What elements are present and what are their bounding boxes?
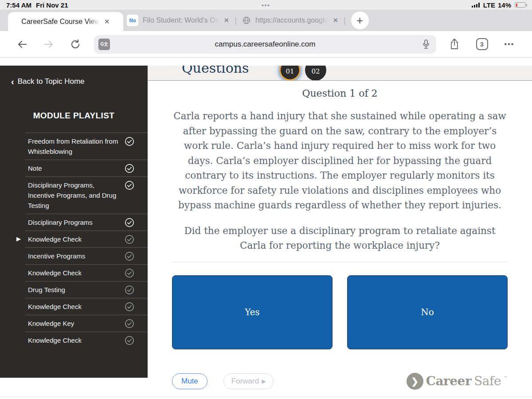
check-circle-icon — [125, 268, 134, 278]
tab-careersafe[interactable]: CareerSafe Course View ✕ — [8, 12, 123, 31]
playlist-item-label: Knowledge Check — [25, 234, 125, 245]
playlist-item[interactable]: Knowledge Check — [0, 332, 148, 348]
question-scenario-text: Carla reports a hand injury that she sus… — [172, 109, 508, 213]
playlist-title: MODULE PLAYLIST — [0, 111, 148, 121]
close-tab-icon[interactable]: ✕ — [104, 18, 110, 26]
forward-button[interactable] — [35, 39, 62, 50]
back-button[interactable] — [9, 39, 35, 50]
web-content: ‹ Back to Topic Home MODULE PLAYLIST Fre… — [0, 58, 532, 399]
date: Fri Nov 21 — [36, 1, 68, 9]
question-prompt-text: Did the employer use a disciplinary prog… — [172, 223, 508, 253]
check-circle-icon — [125, 336, 134, 345]
brand-text-career: Career — [426, 374, 472, 388]
playlist-item[interactable]: Knowledge Check — [0, 264, 148, 281]
careersafe-logo: ❯ CareerSafe™ — [407, 373, 508, 390]
network-type: LTE — [483, 1, 495, 9]
playlist-item-label: Knowledge Check — [25, 335, 125, 346]
question-panel: Questions 01 02 Question 1 of 2 Carla re… — [148, 66, 532, 391]
tab-filo[interactable]: filo Filo Student: World's On ✕ — [127, 15, 229, 26]
playlist-item[interactable]: Disciplinary Programs — [0, 214, 148, 231]
tab-title: CareerSafe Course View — [21, 18, 100, 26]
filo-favicon: filo — [127, 15, 138, 26]
playlist-item[interactable]: Disciplinary Programs, Incentive Program… — [0, 176, 148, 214]
module-playlist: Freedom from Retaliation from Whistleblo… — [0, 133, 148, 348]
new-tab-button[interactable]: + — [351, 12, 369, 29]
close-tab-icon[interactable]: ✕ — [224, 16, 230, 24]
back-to-topic-home-link[interactable]: ‹ Back to Topic Home — [0, 66, 148, 86]
play-icon: ▶ — [262, 378, 266, 384]
tab-bar: CareerSafe Course View ✕ filo Filo Stude… — [0, 10, 532, 31]
brand-trademark: ™ — [504, 376, 508, 380]
check-circle-icon — [125, 251, 134, 261]
translate-icon[interactable]: G文 — [98, 39, 110, 50]
battery-percent: 14% — [498, 1, 511, 9]
playlist-item-current[interactable]: ▶ Knowledge Check — [0, 231, 148, 247]
playlist-item-label: Disciplinary Programs — [25, 217, 125, 228]
current-url: campus.careersafeonline.com — [215, 40, 316, 49]
answer-yes-button[interactable]: Yes — [172, 275, 332, 349]
cellular-signal-icon — [472, 3, 480, 8]
playlist-item-label: Incentive Programs — [25, 250, 125, 262]
browser-toolbar: G文 campus.careersafeonline.com 3 ••• — [0, 31, 532, 58]
check-circle-icon — [125, 235, 134, 244]
check-circle-icon — [125, 302, 134, 312]
battery-icon — [515, 2, 526, 8]
close-tab-icon[interactable]: ✕ — [332, 16, 338, 24]
check-circle-icon — [125, 164, 134, 173]
divider — [172, 262, 508, 262]
reload-button[interactable] — [62, 39, 89, 50]
playlist-item[interactable]: Freedom from Retaliation from Whistleblo… — [0, 133, 148, 160]
status-bar: 7:54 AM Fri Nov 21 ••• LTE 14% — [0, 0, 532, 10]
questions-title: Questions — [182, 66, 249, 76]
check-circle-icon — [125, 319, 134, 329]
playlist-item[interactable]: Knowledge Check — [0, 298, 148, 315]
playlist-item-label: Freedom from Retaliation from Whistleblo… — [25, 136, 125, 157]
playlist-item[interactable]: Note — [0, 160, 148, 176]
play-marker-icon: ▶ — [16, 235, 21, 242]
check-circle-icon — [125, 180, 134, 190]
forward-button[interactable]: Forward ▶ — [223, 373, 274, 389]
share-button[interactable] — [441, 38, 468, 51]
globe-icon — [242, 16, 251, 25]
tab-google-accounts[interactable]: https://accounts.google ✕ — [242, 16, 338, 25]
forward-label: Forward — [231, 377, 259, 386]
microphone-icon[interactable] — [422, 39, 430, 51]
more-menu-button[interactable]: ••• — [496, 40, 523, 48]
tab-separator: | — [235, 16, 237, 25]
playlist-item-label: Disciplinary Programs, Incentive Program… — [25, 180, 125, 211]
playlist-item[interactable]: Drug Testing — [0, 281, 148, 298]
playlist-item-label: Knowledge Key — [25, 318, 125, 329]
back-link-label: Back to Topic Home — [18, 77, 85, 86]
questions-header: Questions 01 02 — [148, 66, 532, 81]
check-circle-icon — [125, 137, 134, 146]
tab-separator: | — [344, 16, 346, 25]
mute-button[interactable]: Mute — [172, 373, 207, 389]
tab-title: https://accounts.google — [255, 16, 329, 24]
check-circle-icon — [125, 285, 134, 295]
tab-title: Filo Student: World's On — [143, 16, 219, 24]
module-sidebar: ‹ Back to Topic Home MODULE PLAYLIST Fre… — [0, 66, 148, 378]
chevron-left-icon: ‹ — [11, 77, 14, 86]
question-2-nav-circle[interactable]: 02 — [305, 66, 326, 81]
question-1-nav-circle[interactable]: 01 — [279, 66, 301, 81]
playlist-item[interactable]: Incentive Programs — [0, 247, 148, 264]
playlist-item-label: Knowledge Check — [25, 267, 125, 278]
address-bar[interactable]: G文 campus.careersafeonline.com — [94, 35, 436, 54]
check-circle-icon — [125, 218, 134, 227]
tabs-overview-button[interactable]: 3 — [468, 38, 496, 50]
brand-text-safe: Safe — [474, 374, 501, 388]
multitasking-dots-icon[interactable]: ••• — [166, 2, 366, 8]
page-bottom-divider — [0, 397, 532, 397]
playlist-item-label: Knowledge Check — [25, 301, 125, 312]
playlist-item[interactable]: Knowledge Key — [0, 315, 148, 332]
answer-no-button[interactable]: No — [347, 275, 508, 349]
playlist-item-label: Drug Testing — [25, 284, 125, 295]
question-counter: Question 1 of 2 — [172, 88, 508, 99]
playlist-item-label: Note — [25, 163, 125, 174]
careersafe-chevron-icon: ❯ — [407, 373, 423, 390]
clock: 7:54 AM — [6, 1, 31, 9]
tab-count: 3 — [476, 38, 488, 50]
